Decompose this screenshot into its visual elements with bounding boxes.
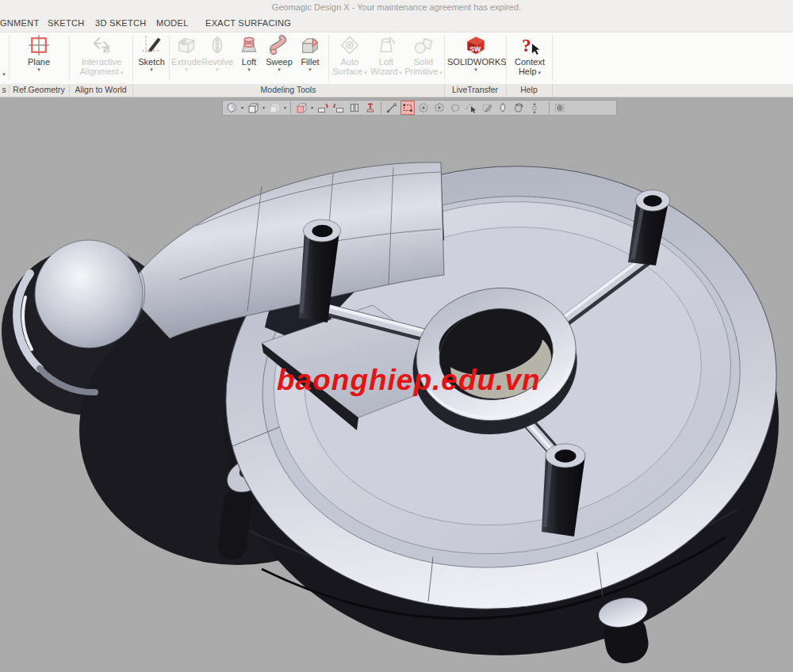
svg-text:SW: SW	[469, 45, 481, 53]
polygon-select-icon[interactable]	[433, 101, 446, 114]
rect-select-icon[interactable]	[401, 101, 414, 114]
brush-select-icon[interactable]	[481, 101, 493, 114]
loft-icon	[235, 33, 263, 57]
loft-wizard-button[interactable]: Loft Wizard▾	[369, 33, 404, 82]
3d-viewport[interactable]: ▾ ▾ ▾ ▾	[0, 97, 793, 672]
wireframe-mode-icon[interactable]	[247, 101, 259, 114]
ribbon-tab-bar: GNMENT SKETCH 3D SKETCH MODEL EXACT SURF…	[0, 14, 793, 32]
tab-alignment[interactable]: GNMENT	[0, 14, 39, 32]
window-title: Geomagic Design X - Your maintenance agr…	[0, 0, 793, 14]
tab-sketch[interactable]: SKETCH	[48, 14, 84, 32]
sphere-select-icon[interactable]	[512, 101, 525, 114]
auto-surface-button[interactable]: Auto Surface▾	[331, 33, 368, 82]
flood-select-icon[interactable]	[496, 101, 509, 114]
revolve-button[interactable]: Revolve ▾	[201, 33, 233, 82]
flip-right-icon[interactable]	[332, 101, 345, 114]
ribbon-group-row: s Ref.Geometry Align to World Modeling T…	[0, 84, 793, 97]
title-bar: Geomagic Design X - Your maintenance agr…	[0, 0, 793, 14]
solid-primitive-button[interactable]: Solid Primitive▾	[404, 33, 443, 82]
circle-select-icon[interactable]	[417, 101, 430, 114]
context-help-icon: ?	[509, 33, 550, 57]
auto-surface-icon	[331, 33, 368, 57]
tab-3d-sketch[interactable]: 3D SKETCH	[95, 14, 146, 32]
toolbar-separator	[549, 102, 550, 113]
plane-icon	[11, 33, 67, 57]
truncated-dropdown-button[interactable]: ▾	[0, 33, 8, 82]
loft-wizard-icon	[369, 33, 404, 57]
group-label-ref-geometry: Ref.Geometry	[9, 84, 69, 97]
tab-exact-surfacing[interactable]: EXACT SURFACING	[205, 14, 291, 32]
interactive-alignment-button[interactable]: Interactive Alignment▾	[73, 33, 130, 82]
body-color-mode-icon[interactable]	[295, 101, 308, 114]
group-label-help: Help	[506, 84, 552, 97]
context-help-button[interactable]: ? Context Help▾	[509, 33, 550, 82]
sweep-icon	[264, 33, 294, 57]
solidworks-icon: SW	[447, 33, 504, 57]
revolve-icon	[201, 33, 233, 57]
viewport-toolbar: ▾ ▾ ▾ ▾	[222, 100, 617, 116]
fillet-icon	[295, 33, 325, 57]
interactive-alignment-icon	[73, 33, 130, 57]
sketch-icon	[135, 33, 168, 57]
sketch-button[interactable]: Sketch ▾	[135, 33, 168, 82]
pick-select-icon[interactable]	[465, 101, 477, 114]
toolbar-separator	[381, 102, 381, 113]
extrude-button[interactable]: Extrude ▾	[171, 33, 201, 82]
shade-mode-icon[interactable]	[225, 101, 238, 114]
flip-left-icon[interactable]	[316, 101, 329, 114]
solidworks-button[interactable]: SW SOLIDWORKS ▾	[447, 33, 504, 82]
overlay-eye-icon[interactable]	[554, 101, 566, 114]
ribbon: ▾ Plane ▾ Interactive Alignment▾	[0, 32, 793, 84]
group-label-livetransfer: LiveTransfer	[444, 84, 506, 97]
grow-select-icon[interactable]	[528, 101, 541, 114]
toolbar-separator	[290, 102, 291, 113]
line-select-icon[interactable]	[385, 101, 398, 114]
split-view-icon[interactable]	[348, 101, 361, 114]
sweep-button[interactable]: Sweep ▾	[264, 33, 294, 82]
group-label-align-to-world: Align to World	[69, 84, 132, 97]
plane-button[interactable]: Plane ▾	[11, 33, 67, 82]
watermark-text: baonghiep.edu.vn	[277, 364, 541, 397]
tab-model[interactable]: MODEL	[156, 14, 189, 32]
extrude-icon	[171, 33, 201, 57]
group-label-modeling-tools: Modeling Tools	[132, 84, 444, 97]
lasso-select-icon[interactable]	[449, 101, 462, 114]
loft-button[interactable]: Loft ▾	[235, 33, 263, 82]
solid-primitive-icon	[404, 33, 443, 57]
svg-text:?: ?	[522, 35, 531, 55]
group-label-truncated: s	[0, 84, 8, 97]
stamp-icon[interactable]	[364, 101, 377, 114]
flat-mode-icon[interactable]	[268, 101, 281, 114]
fillet-button[interactable]: Fillet ▾	[295, 33, 325, 82]
